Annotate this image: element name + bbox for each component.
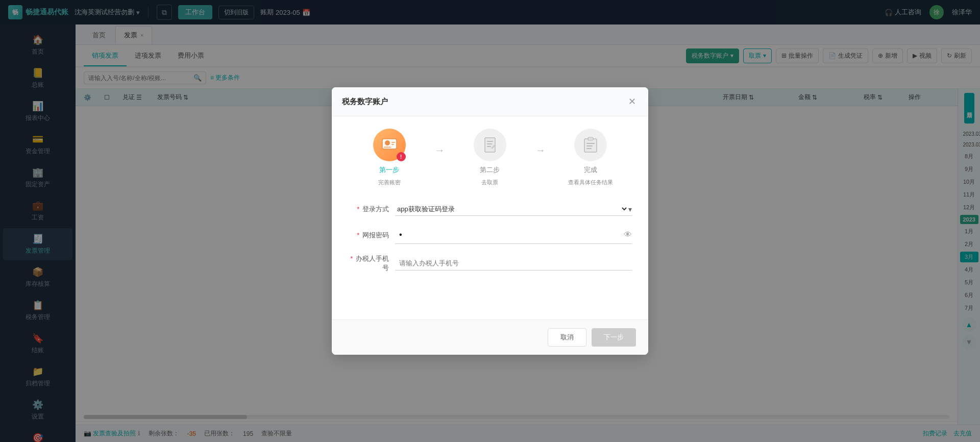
password-input[interactable] bbox=[395, 228, 624, 241]
login-method-select[interactable]: app获取验证码登录 密码登录 bbox=[395, 205, 628, 213]
phone-label: * 办税人手机号 bbox=[348, 254, 389, 273]
svg-rect-6 bbox=[487, 141, 493, 142]
clipboard-icon bbox=[581, 136, 600, 154]
svg-rect-10 bbox=[588, 137, 593, 140]
step-3-sub: 查看具体任务结果 bbox=[568, 179, 613, 186]
svg-rect-8 bbox=[487, 146, 491, 147]
modal-overlay[interactable]: 税务数字账户 ✕ bbox=[0, 0, 980, 442]
modal-header: 税务数字账户 ✕ bbox=[332, 87, 648, 116]
password-label: * 网报密码 bbox=[348, 231, 389, 240]
step-arrow-1: → bbox=[434, 144, 445, 156]
step-1-badge: ! bbox=[397, 152, 406, 161]
password-required: * bbox=[357, 231, 359, 239]
login-method-required: * bbox=[357, 205, 359, 213]
login-method-row: * 登录方式 app获取验证码登录 密码登录 ▾ bbox=[348, 203, 632, 216]
show-password-icon[interactable]: 👁 bbox=[624, 230, 632, 239]
person-id-icon bbox=[380, 136, 399, 154]
login-method-label: * 登录方式 bbox=[348, 205, 389, 214]
step-1-sub: 完善账密 bbox=[378, 179, 401, 186]
steps-indicator: ! 第一步 完善账密 → bbox=[348, 129, 632, 186]
next-button[interactable]: 下一步 bbox=[592, 328, 636, 347]
phone-input[interactable] bbox=[395, 256, 632, 271]
modal-close-button[interactable]: ✕ bbox=[626, 95, 638, 108]
step-2: 第二步 去取票 bbox=[449, 129, 531, 186]
step-2-icon-wrap bbox=[474, 129, 506, 161]
modal-title: 税务数字账户 bbox=[342, 97, 388, 107]
svg-rect-5 bbox=[485, 138, 495, 152]
password-field-wrap: 👁 bbox=[395, 226, 632, 244]
step-1-label: 第一步 bbox=[379, 165, 399, 175]
svg-rect-12 bbox=[586, 145, 593, 146]
phone-required: * bbox=[350, 255, 353, 262]
modal-footer: 取消 下一步 bbox=[332, 320, 648, 355]
login-method-select-wrap[interactable]: app获取验证码登录 密码登录 ▾ bbox=[395, 203, 632, 216]
step-3: 完成 查看具体任务结果 bbox=[550, 129, 632, 186]
step-3-icon-wrap bbox=[574, 129, 607, 161]
password-row: * 网报密码 👁 bbox=[348, 226, 632, 244]
step-3-label: 完成 bbox=[584, 165, 597, 175]
document-icon bbox=[481, 136, 499, 154]
cancel-button[interactable]: 取消 bbox=[548, 328, 586, 347]
svg-rect-11 bbox=[586, 143, 595, 144]
step-2-icon-container bbox=[474, 129, 506, 161]
step-2-sub: 去取票 bbox=[481, 179, 498, 186]
step-1-icon-container: ! bbox=[373, 129, 406, 161]
modal-body: ! 第一步 完善账密 → bbox=[332, 116, 648, 320]
step-arrow-2: → bbox=[535, 144, 546, 156]
svg-rect-13 bbox=[586, 148, 592, 149]
step-2-label: 第二步 bbox=[480, 165, 500, 175]
phone-row: * 办税人手机号 bbox=[348, 254, 632, 273]
form-spacer bbox=[348, 283, 632, 307]
svg-rect-7 bbox=[487, 143, 492, 144]
step-1: ! 第一步 完善账密 bbox=[348, 129, 430, 186]
svg-rect-2 bbox=[384, 146, 391, 148]
svg-rect-3 bbox=[391, 142, 395, 143]
login-method-chevron-icon: ▾ bbox=[628, 205, 632, 213]
svg-point-1 bbox=[385, 140, 390, 145]
step-3-icon-container bbox=[574, 129, 607, 161]
svg-rect-4 bbox=[391, 144, 394, 145]
tax-digital-account-modal: 税务数字账户 ✕ bbox=[332, 87, 648, 355]
